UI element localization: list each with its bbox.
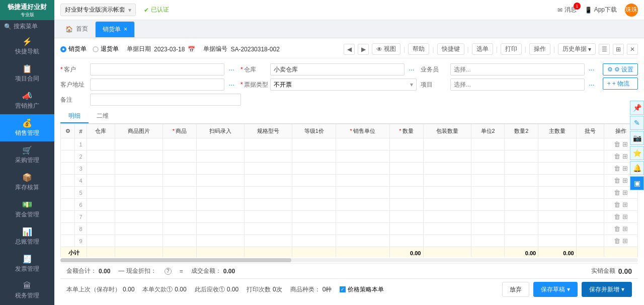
col-pack-qty-header[interactable]: 包装数量 [423, 124, 471, 138]
table-cell[interactable] [389, 187, 423, 199]
right-panel-btn-pin[interactable]: 📌 [630, 101, 644, 115]
delete-row-button[interactable]: 🗑 [614, 140, 620, 148]
table-cell[interactable] [163, 138, 196, 150]
table-cell[interactable] [163, 211, 196, 223]
delete-row-button[interactable]: 🗑 [614, 201, 620, 208]
table-cell[interactable] [336, 199, 389, 211]
radio-sales[interactable]: 销货单 [60, 45, 87, 53]
table-cell[interactable] [245, 235, 292, 247]
table-cell[interactable] [505, 187, 538, 199]
remark-input[interactable] [90, 94, 241, 106]
table-cell[interactable] [115, 211, 163, 223]
save-new-button[interactable]: 保存并新增 ▾ [582, 282, 632, 297]
sidebar-item-purchase[interactable]: 🛒 采购管理 [0, 141, 54, 169]
col-settings-header[interactable]: ⚙ [61, 124, 75, 138]
table-cell[interactable] [505, 235, 538, 247]
abandon-button[interactable]: 放弃 [502, 282, 529, 297]
user-avatar[interactable]: 珠珠 [625, 4, 638, 17]
table-cell[interactable] [389, 163, 423, 175]
table-cell[interactable] [389, 150, 423, 163]
delete-row-button[interactable]: 🗑 [614, 237, 620, 245]
table-cell[interactable] [163, 150, 196, 163]
save-new-dropdown-icon[interactable]: ▾ [621, 286, 624, 293]
table-cell[interactable] [87, 211, 115, 223]
table-cell[interactable] [336, 223, 389, 235]
table-cell[interactable] [87, 150, 115, 163]
table-cell[interactable] [196, 199, 244, 211]
app-download-button[interactable]: 📱 App下载 [585, 6, 617, 14]
table-cell[interactable] [292, 235, 336, 247]
table-cell[interactable] [196, 187, 244, 199]
table-cell[interactable] [471, 150, 505, 163]
table-cell[interactable] [245, 187, 292, 199]
price-policy-checkbox[interactable] [340, 286, 346, 292]
table-cell[interactable] [576, 163, 604, 175]
table-cell[interactable] [505, 163, 538, 175]
table-cell[interactable] [538, 235, 576, 247]
col-qty-header[interactable]: 数量 [389, 124, 423, 138]
table-cell[interactable] [292, 175, 336, 187]
col-product-header[interactable]: 商品 [163, 124, 196, 138]
col-unit2-header[interactable]: 单位2 [471, 124, 505, 138]
table-cell[interactable] [538, 187, 576, 199]
customer-dots-button[interactable]: ··· [226, 65, 236, 73]
table-cell[interactable] [423, 235, 471, 247]
col-batch-header[interactable]: 批号 [576, 124, 604, 138]
table-cell[interactable] [292, 187, 336, 199]
copy-row-button[interactable]: ⊞ [622, 140, 628, 148]
table-cell[interactable] [576, 175, 604, 187]
table-cell[interactable] [292, 211, 336, 223]
table-cell[interactable] [336, 175, 389, 187]
table-scroll-area[interactable]: ⚙ # 仓库 商品图片 商品 扫码录入 规格型号 等级1价 销售单位 数量 包装… [60, 124, 638, 257]
table-cell[interactable] [87, 223, 115, 235]
table-cell[interactable] [471, 235, 505, 247]
col-spec-header[interactable]: 规格型号 [245, 124, 292, 138]
table-cell[interactable] [471, 163, 505, 175]
table-cell[interactable] [389, 138, 423, 150]
operate-button[interactable]: 操作 [529, 43, 550, 55]
table-cell[interactable] [423, 199, 471, 211]
table-cell[interactable] [245, 223, 292, 235]
table-cell[interactable] [423, 175, 471, 187]
delete-row-button[interactable]: 🗑 [614, 225, 620, 233]
settings-button[interactable]: ⚙ ⚙ 设置 [603, 63, 638, 75]
table-cell[interactable] [389, 235, 423, 247]
table-cell[interactable] [87, 199, 115, 211]
table-cell[interactable] [389, 211, 423, 223]
customer-addr-input[interactable] [90, 79, 224, 91]
table-cell[interactable] [292, 150, 336, 163]
right-panel-btn-photo[interactable]: 📷 [630, 131, 644, 145]
table-cell[interactable] [505, 211, 538, 223]
table-cell[interactable] [115, 223, 163, 235]
table-cell[interactable] [576, 223, 604, 235]
table-cell[interactable] [292, 163, 336, 175]
table-cell[interactable] [389, 223, 423, 235]
right-panel-btn-edit[interactable]: ✎ [630, 116, 644, 130]
table-cell[interactable] [471, 187, 505, 199]
table-cell[interactable] [505, 150, 538, 163]
table-cell[interactable] [196, 138, 244, 150]
save-draft-dropdown-icon[interactable]: ▾ [567, 286, 570, 293]
sidebar-item-accounting[interactable]: 📊 总账管理 [0, 223, 54, 250]
table-cell[interactable] [538, 150, 576, 163]
table-cell[interactable] [196, 223, 244, 235]
table-cell[interactable] [196, 163, 244, 175]
salesperson-dots-button[interactable]: ··· [587, 65, 597, 73]
table-cell[interactable] [336, 150, 389, 163]
table-cell[interactable] [471, 211, 505, 223]
help-button[interactable]: 帮助 [408, 43, 429, 55]
table-cell[interactable] [538, 223, 576, 235]
table-cell[interactable] [505, 138, 538, 150]
table-cell[interactable] [292, 138, 336, 150]
table-cell[interactable] [538, 163, 576, 175]
table-cell[interactable] [245, 163, 292, 175]
sidebar-item-inventory[interactable]: 📦 库存核算 [0, 169, 54, 196]
table-cell[interactable] [389, 175, 423, 187]
table-cell[interactable] [196, 211, 244, 223]
col-warehouse-header[interactable]: 仓库 [87, 124, 115, 138]
copy-row-button[interactable]: ⊞ [622, 225, 628, 233]
copy-row-button[interactable]: ⊞ [622, 213, 628, 220]
table-cell[interactable] [87, 235, 115, 247]
table-cell[interactable] [87, 187, 115, 199]
question-item[interactable]: ? [165, 268, 172, 275]
